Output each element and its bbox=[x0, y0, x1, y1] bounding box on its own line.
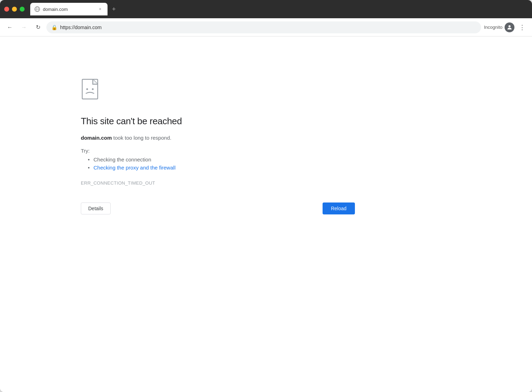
back-button[interactable]: ← bbox=[4, 22, 15, 33]
svg-point-8 bbox=[92, 88, 94, 90]
tab-close-button[interactable]: × bbox=[97, 6, 103, 12]
suggestion-connection: Checking the connection bbox=[88, 157, 355, 162]
url-text: https://domain.com bbox=[60, 25, 476, 30]
svg-point-7 bbox=[86, 88, 88, 90]
reload-button-page[interactable]: Reload bbox=[323, 202, 355, 214]
svg-rect-5 bbox=[510, 27, 511, 28]
error-description: domain.com took too long to respond. bbox=[81, 134, 355, 142]
svg-point-3 bbox=[508, 25, 511, 27]
title-bar: domain.com × + bbox=[0, 0, 532, 18]
forward-icon: → bbox=[21, 24, 27, 31]
error-actions: Details Reload bbox=[81, 202, 355, 214]
details-button[interactable]: Details bbox=[81, 202, 111, 214]
incognito-label: Incognito bbox=[484, 25, 502, 30]
tab-title: domain.com bbox=[43, 7, 94, 12]
error-try-label: Try: bbox=[81, 148, 355, 154]
browser-window: domain.com × + ← → ↻ 🔒 https://domain.co… bbox=[0, 0, 532, 392]
address-bar[interactable]: 🔒 https://domain.com bbox=[46, 21, 481, 33]
minimize-traffic-light[interactable] bbox=[12, 7, 17, 12]
incognito-icon bbox=[505, 22, 514, 32]
reload-button[interactable]: ↻ bbox=[32, 22, 44, 33]
error-title: This site can't be reached bbox=[81, 116, 355, 127]
browser-menu-button[interactable]: ⋮ bbox=[517, 22, 528, 33]
forward-button[interactable]: → bbox=[18, 22, 30, 33]
error-code: ERR_CONNECTION_TIMED_OUT bbox=[81, 180, 355, 186]
tab-favicon-icon bbox=[34, 6, 40, 12]
svg-rect-4 bbox=[508, 27, 510, 28]
back-icon: ← bbox=[7, 24, 13, 31]
nav-bar: ← → ↻ 🔒 https://domain.com Incognito ⋮ bbox=[0, 18, 532, 36]
error-container: This site can't be reached domain.com to… bbox=[81, 79, 355, 214]
page-content: This site can't be reached domain.com to… bbox=[0, 36, 532, 392]
error-icon bbox=[81, 79, 355, 105]
active-tab[interactable]: domain.com × bbox=[30, 3, 108, 15]
new-tab-button[interactable]: + bbox=[109, 4, 119, 14]
traffic-lights bbox=[4, 7, 25, 12]
reload-icon: ↻ bbox=[36, 24, 40, 31]
error-domain: domain.com bbox=[81, 135, 112, 141]
secure-icon: 🔒 bbox=[51, 25, 57, 30]
error-description-suffix: took too long to respond. bbox=[112, 135, 171, 141]
maximize-traffic-light[interactable] bbox=[20, 7, 25, 12]
suggestion-connection-text: Checking the connection bbox=[93, 157, 151, 162]
tab-bar: domain.com × + bbox=[30, 3, 528, 15]
suggestion-proxy-link[interactable]: Checking the proxy and the firewall bbox=[93, 165, 175, 171]
error-suggestions-list: Checking the connection Checking the pro… bbox=[81, 157, 355, 171]
close-traffic-light[interactable] bbox=[4, 7, 9, 12]
suggestion-proxy[interactable]: Checking the proxy and the firewall bbox=[88, 165, 355, 171]
nav-right-controls: Incognito ⋮ bbox=[484, 22, 528, 33]
